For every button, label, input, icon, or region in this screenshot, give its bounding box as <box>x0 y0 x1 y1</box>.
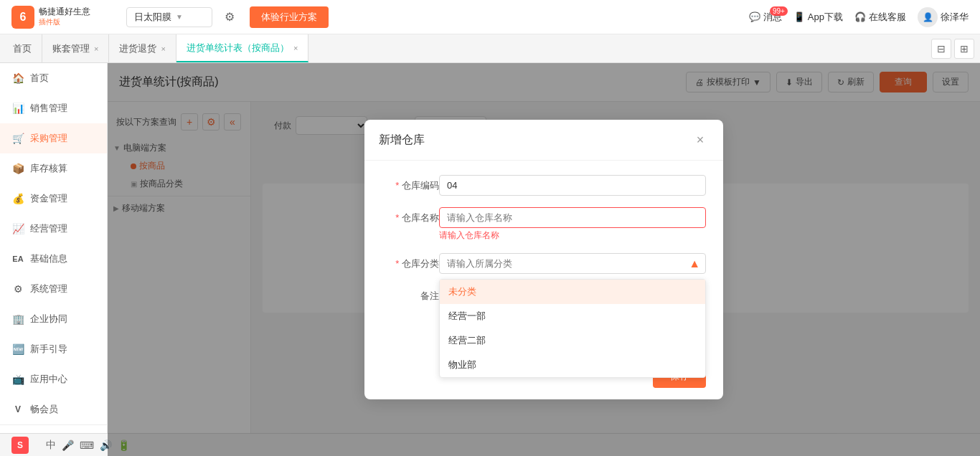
app-download-label: App下载 <box>808 11 843 24</box>
dialog-body: * 仓库编码 * 仓库名称 <box>364 161 723 356</box>
sidebar-purchase-label: 采购管理 <box>30 132 67 145</box>
user-item[interactable]: 👤 徐泽华 <box>918 7 969 27</box>
sidebar-item-purchase[interactable]: 🛒 采购管理 <box>0 123 107 153</box>
tab-bar-minimize[interactable]: ⊟ <box>931 39 951 59</box>
user-avatar: 👤 <box>918 7 938 27</box>
store-selector-arrow: ▼ <box>176 13 183 21</box>
header-right: 💬 消息 99+ 📱 App下载 🎧 在线客服 👤 徐泽华 <box>749 7 969 27</box>
message-icon: 💬 <box>749 11 760 22</box>
category-field: ▲ 未分类 经营一部 经营二部 物业部 <box>439 253 706 274</box>
trial-button[interactable]: 体验行业方案 <box>250 6 329 28</box>
tab-home[interactable]: 首页 <box>3 34 42 62</box>
name-label: * 仓库名称 <box>382 207 439 224</box>
sidebar-item-basic[interactable]: EA 基础信息 <box>0 244 107 274</box>
tab-purchase-return-close[interactable]: × <box>161 44 165 53</box>
store-name: 日太阳膜 <box>134 11 171 24</box>
home-icon: 🏠 <box>11 72 24 85</box>
name-input[interactable] <box>439 207 706 228</box>
tab-accounts-label: 账套管理 <box>52 42 90 55</box>
tab-bar-actions: ⊟ ⊞ <box>931 34 980 62</box>
sidebar-item-sales[interactable]: 📊 销售管理 <box>0 93 107 123</box>
sidebar-home-label: 首页 <box>30 72 49 85</box>
dialog-close-btn[interactable]: × <box>692 131 709 148</box>
category-label: * 仓库分类 <box>382 253 439 270</box>
notes-label: 备注 <box>382 285 439 303</box>
sidebar-item-vip[interactable]: V 畅会员 <box>0 394 107 424</box>
tab-accounts[interactable]: 账套管理 × <box>42 34 109 62</box>
message-item[interactable]: 💬 消息 99+ <box>749 11 782 24</box>
s-icon: S <box>11 437 29 454</box>
online-service-item[interactable]: 🎧 在线客服 <box>854 11 906 24</box>
system-icon: ⚙ <box>11 282 24 295</box>
appcenter-icon: 📺 <box>11 373 24 386</box>
sidebar-operations-label: 经营管理 <box>30 222 67 235</box>
inventory-icon: 📦 <box>11 162 24 175</box>
tab-purchase-return[interactable]: 进货退货 × <box>109 34 176 62</box>
bottom-logo: S <box>11 437 29 454</box>
sidebar-item-operations[interactable]: 📈 经营管理 <box>0 214 107 244</box>
main-layout: 🏠 首页 📊 销售管理 🛒 采购管理 📦 库存核算 💰 资金管理 📈 经营管理 … <box>0 63 980 456</box>
category-dropdown: 未分类 经营一部 经营二部 物业部 <box>439 279 706 378</box>
operations-icon: 📈 <box>11 222 24 235</box>
tab-home-label: 首页 <box>13 42 32 55</box>
phone-icon: 📱 <box>793 11 805 22</box>
sidebar-item-home[interactable]: 🏠 首页 <box>0 63 107 93</box>
purchase-icon: 🛒 <box>11 132 24 145</box>
category-required: * <box>395 258 399 269</box>
logo-text-block: 畅捷通好生意 插件版 <box>39 6 90 28</box>
message-badge: 99+ <box>770 6 788 16</box>
logo-area: 6 畅捷通好生意 插件版 <box>11 6 119 29</box>
sidebar-item-finance[interactable]: 💰 资金管理 <box>0 184 107 214</box>
sidebar-system-label: 系统管理 <box>30 282 67 295</box>
dropdown-item-uncategorized[interactable]: 未分类 <box>440 280 705 304</box>
vip-icon: V <box>11 403 24 416</box>
tab-purchase-stats-label: 进货单统计表（按商品） <box>187 42 289 54</box>
name-required: * <box>395 212 399 223</box>
tab-purchase-stats[interactable]: 进货单统计表（按商品） × <box>176 34 308 62</box>
app-logo-icon: 6 <box>11 6 34 29</box>
store-selector[interactable]: 日太阳膜 ▼ <box>126 7 212 27</box>
category-input-wrapper: ▲ <box>439 253 706 274</box>
sidebar-item-newbie[interactable]: 🆕 新手引导 <box>0 334 107 364</box>
bottom-keyboard-icon[interactable]: ⌨ <box>80 440 94 451</box>
dropdown-item-dept1[interactable]: 经营一部 <box>440 304 705 328</box>
name-field: 请输入仓库名称 <box>439 207 706 242</box>
top-header: 6 畅捷通好生意 插件版 日太阳膜 ▼ ⚙ 体验行业方案 💬 消息 99+ 📱 … <box>0 0 980 34</box>
sidebar-item-enterprise[interactable]: 🏢 企业协同 <box>0 304 107 334</box>
sidebar-item-appcenter[interactable]: 📺 应用中心 <box>0 364 107 394</box>
sidebar-vip-label: 畅会员 <box>30 403 58 416</box>
gear-icon: ⚙ <box>225 10 235 24</box>
code-input[interactable] <box>439 175 706 196</box>
dialog-title: 新增仓库 <box>379 133 425 148</box>
dropdown-item-dept2[interactable]: 经营二部 <box>440 328 705 353</box>
new-warehouse-dialog: 新增仓库 × * 仓库编码 <box>364 120 723 399</box>
headset-icon: 🎧 <box>854 11 866 22</box>
sidebar-appcenter-label: 应用中心 <box>30 373 67 386</box>
category-input[interactable] <box>439 253 706 274</box>
basic-icon: EA <box>11 252 24 265</box>
tab-bar-fullscreen[interactable]: ⊞ <box>954 39 974 59</box>
tab-accounts-close[interactable]: × <box>94 44 98 53</box>
sidebar-item-system[interactable]: ⚙ 系统管理 <box>0 274 107 304</box>
category-arrow-icon[interactable]: ▲ <box>689 257 700 270</box>
dialog-header: 新增仓库 × <box>364 120 723 161</box>
sidebar-finance-label: 资金管理 <box>30 192 67 205</box>
bottom-mic-icon[interactable]: 🎤 <box>62 440 74 451</box>
sidebar-basic-label: 基础信息 <box>30 252 67 265</box>
enterprise-icon: 🏢 <box>11 313 24 326</box>
name-form-row: * 仓库名称 请输入仓库名称 <box>382 207 706 242</box>
app-name: 畅捷通好生意 <box>39 6 90 18</box>
dropdown-item-dept3[interactable]: 物业部 <box>440 353 705 377</box>
sidebar-sales-label: 销售管理 <box>30 102 67 115</box>
bottom-chinese-icon[interactable]: 中 <box>46 439 56 452</box>
gear-button[interactable]: ⚙ <box>218 6 241 29</box>
sidebar-item-inventory[interactable]: 📦 库存核算 <box>0 153 107 184</box>
category-form-row: * 仓库分类 ▲ 未分类 经营一部 经 <box>382 253 706 274</box>
tab-purchase-stats-close[interactable]: × <box>293 44 298 52</box>
sales-icon: 📊 <box>11 102 24 115</box>
code-form-row: * 仓库编码 <box>382 175 706 196</box>
tab-purchase-return-label: 进货退货 <box>119 42 156 55</box>
app-download-item[interactable]: 📱 App下载 <box>793 11 843 24</box>
dialog-overlay: 新增仓库 × * 仓库编码 <box>108 63 980 456</box>
code-field <box>439 175 706 196</box>
